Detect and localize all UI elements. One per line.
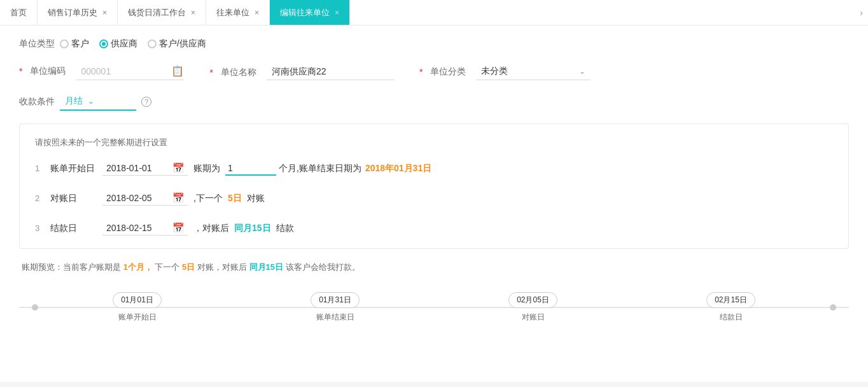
row-3-highlight: 同月15日 <box>234 223 271 234</box>
preview-highlight1: 1个月， <box>123 262 153 272</box>
preview-prefix: 账期预览：当前客户账期是 <box>22 262 121 272</box>
timeline: 01月01日 账单开始日 01月31日 账单结束日 02月05日 对账日 02月… <box>19 286 849 329</box>
payment-value: 月结 <box>65 95 83 107</box>
row-1-num: 1 <box>35 164 50 173</box>
radio-both[interactable]: 客户/供应商 <box>148 38 206 50</box>
tab-partner-close[interactable]: × <box>255 8 259 17</box>
node-1-label: 账单开始日 <box>118 312 157 323</box>
row-2-suffix: 对账 <box>247 193 265 204</box>
tab-bar: 首页 销售订单历史 × 钱货日清工作台 × 往来单位 × 编辑往来单位 × › <box>0 0 868 25</box>
row-2-calendar-icon[interactable]: 📅 <box>172 192 185 204</box>
row-2-num: 2 <box>35 194 50 203</box>
unit-type-label: 单位类型 <box>19 38 55 50</box>
preview-section: 账期预览：当前客户账期是 1个月， 下一个 5日 对账，对账后 同月15日 该客… <box>19 262 849 273</box>
unit-type-radio-group: 客户 供应商 客户/供应商 <box>60 38 206 50</box>
row-1-calendar-icon[interactable]: 📅 <box>172 162 185 174</box>
settings-title: 请按照未来的一个完整帐期进行设置 <box>35 137 833 148</box>
row-1-label: 账单开始日 <box>50 163 95 174</box>
node-4-bubble: 02月15日 <box>706 292 755 308</box>
unit-name-group: * 单位名称 <box>209 64 393 80</box>
timeline-right-dot <box>830 304 836 311</box>
row-3-date-wrap: 📅 <box>102 221 188 236</box>
code-input-wrap: 📋 <box>76 62 184 80</box>
radio-customer-label: 客户 <box>71 38 89 50</box>
tab-cash-close[interactable]: × <box>191 8 195 17</box>
row-1-period-input[interactable] <box>225 162 276 176</box>
unit-code-group: * 单位编码 📋 <box>19 62 184 80</box>
tab-sales-label: 销售订单历史 <box>48 7 97 18</box>
row-3-date-input[interactable] <box>106 223 170 233</box>
tab-partner[interactable]: 往来单位 × <box>206 0 270 25</box>
code-star: * <box>19 66 22 76</box>
tab-home-label: 首页 <box>10 7 27 18</box>
node-4-label: 结款日 <box>720 312 743 323</box>
timeline-node-1: 01月01日 账单开始日 <box>38 292 236 323</box>
timeline-node-2: 01月31日 账单结束日 <box>236 292 434 323</box>
tab-sales-history[interactable]: 销售订单历史 × <box>38 0 118 25</box>
main-content: 单位类型 客户 供应商 客户/供应商 * 单位编码 📋 <box>0 25 868 382</box>
row-3-prefix: ，对账后 <box>193 223 229 234</box>
node-1-bubble: 01月01日 <box>113 292 162 308</box>
tab-edit-partner[interactable]: 编辑往来单位 × <box>270 0 350 25</box>
tab-more-arrow[interactable]: › <box>855 0 868 25</box>
row-3-label: 结款日 <box>50 223 95 234</box>
node-3-bubble: 02月05日 <box>508 292 557 308</box>
tab-home[interactable]: 首页 <box>0 0 38 25</box>
radio-supplier-circle <box>99 39 108 48</box>
code-input[interactable] <box>76 66 171 76</box>
classify-star: * <box>419 67 423 77</box>
node-2-bubble: 01月31日 <box>311 292 360 308</box>
radio-both-label: 客户/供应商 <box>159 38 206 50</box>
radio-customer[interactable]: 客户 <box>60 38 89 50</box>
tab-cash-label: 钱货日清工作台 <box>128 7 186 18</box>
tab-edit-close[interactable]: × <box>335 8 339 17</box>
tab-cash-work[interactable]: 钱货日清工作台 × <box>118 0 206 25</box>
classify-arrow-icon: ⌄ <box>579 67 585 76</box>
preview-mid2: 对账，对账后 <box>197 262 247 272</box>
preview-mid1: 下一个 <box>155 262 179 272</box>
radio-both-circle <box>148 39 157 48</box>
payment-label: 收款条件 <box>19 96 55 108</box>
name-input[interactable] <box>267 64 394 80</box>
preview-suffix: 该客户会给我打款。 <box>286 262 360 272</box>
row-1-date-input[interactable] <box>106 163 170 173</box>
tab-edit-label: 编辑往来单位 <box>280 7 330 18</box>
row-2-prefix: ,下一个 <box>193 193 223 204</box>
classify-label: 单位分类 <box>430 66 466 78</box>
row-2-highlight: 5日 <box>228 193 242 204</box>
settings-row-1: 1 账单开始日 📅 账期为 个月,账单结束日期为 2018年01月31日 <box>35 161 833 176</box>
row-1-suffix: 个月,账单结束日期为 <box>279 163 361 174</box>
unit-type-row: 单位类型 客户 供应商 客户/供应商 <box>19 38 849 50</box>
code-label: 单位编码 <box>30 66 66 77</box>
row-2-date-wrap: 📅 <box>102 191 188 206</box>
row-3-calendar-icon[interactable]: 📅 <box>172 222 185 234</box>
radio-customer-circle <box>60 39 69 48</box>
tab-partner-label: 往来单位 <box>216 7 249 18</box>
code-name-classify-row: * 单位编码 📋 * 单位名称 * 单位分类 未分类 ⌄ <box>19 62 849 80</box>
row-1-end-date: 2018年01月31日 <box>365 163 431 174</box>
copy-icon[interactable]: 📋 <box>171 65 184 77</box>
tab-sales-close[interactable]: × <box>102 8 107 17</box>
timeline-node-4: 02月15日 结款日 <box>632 292 830 323</box>
radio-supplier[interactable]: 供应商 <box>99 38 137 50</box>
classify-select[interactable]: 未分类 ⌄ <box>476 63 591 80</box>
row-3-suffix: 结款 <box>276 223 294 234</box>
row-1-mid-text: 账期为 <box>193 163 220 174</box>
unit-classify-group: * 单位分类 未分类 ⌄ <box>419 63 591 80</box>
name-star: * <box>209 67 213 78</box>
preview-highlight3: 同月15日 <box>249 262 283 272</box>
timeline-items: 01月01日 账单开始日 01月31日 账单结束日 02月05日 对账日 02月… <box>32 292 836 323</box>
settings-box: 请按照未来的一个完整帐期进行设置 1 账单开始日 📅 账期为 个月,账单结束日期… <box>19 123 849 249</box>
classify-value: 未分类 <box>481 66 574 77</box>
payment-row: 收款条件 月结 ⌄ ? <box>19 93 849 111</box>
help-icon[interactable]: ? <box>141 97 151 107</box>
preview-highlight2: 5日 <box>182 262 195 272</box>
radio-supplier-label: 供应商 <box>111 38 137 50</box>
node-2-label: 账单结束日 <box>316 312 354 323</box>
row-2-date-input[interactable] <box>106 193 170 203</box>
name-label: 单位名称 <box>221 67 256 78</box>
payment-select[interactable]: 月结 ⌄ <box>60 93 136 111</box>
settings-row-2: 2 对账日 📅 ,下一个 5日 对账 <box>35 191 833 206</box>
row-2-label: 对账日 <box>50 193 95 204</box>
timeline-node-3: 02月05日 对账日 <box>434 292 632 323</box>
